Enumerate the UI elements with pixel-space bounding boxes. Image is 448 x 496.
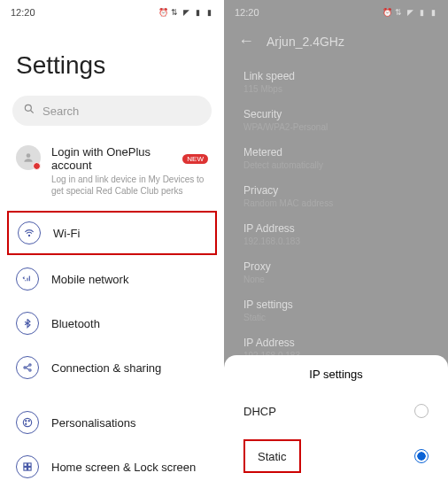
alarm-icon: ⏰ [158, 8, 167, 17]
login-title: Login with OnePlus account [51, 145, 177, 172]
page-title: Settings [0, 25, 224, 96]
svg-point-11 [28, 421, 29, 422]
proxy-row[interactable]: ProxyNone [224, 253, 448, 291]
clock: 12:20 [11, 7, 35, 18]
status-bar: 12:20 ⏰ ⇅ ◤ ▮ ▮ [224, 0, 448, 25]
svg-point-9 [23, 418, 31, 426]
search-placeholder: Search [42, 105, 79, 118]
share-icon [16, 356, 39, 379]
radio-icon [414, 404, 429, 418]
battery-icon: ▮ [429, 8, 437, 17]
search-icon [23, 103, 35, 119]
svg-point-2 [27, 153, 31, 158]
bluetooth-item[interactable]: Bluetooth [0, 301, 224, 345]
security-row[interactable]: SecurityWPA/WPA2-Personal [224, 101, 448, 139]
status-icons: ⏰ ⇅ ◤ ▮ ▮ [158, 8, 213, 17]
metered-row[interactable]: MeteredDetect automatically [224, 139, 448, 177]
radio-icon [414, 449, 429, 463]
setting-label: Mobile network [51, 273, 128, 286]
setting-label: Wi-Fi [53, 227, 80, 240]
bluetooth-icon [16, 312, 39, 335]
login-item[interactable]: Login with OnePlus account NEW Log in an… [0, 138, 224, 209]
new-badge: NEW [182, 154, 208, 164]
signal-status-icon: ▮ [193, 8, 202, 17]
palette-icon [16, 411, 39, 434]
data-icon: ⇅ [394, 8, 403, 17]
login-subtitle: Log in and link device in My Devices to … [51, 174, 208, 197]
network-details-screen: 12:20 ⏰ ⇅ ◤ ▮ ▮ ← Arjun_2.4GHz Link spee… [224, 0, 448, 496]
svg-point-10 [26, 421, 27, 422]
svg-point-6 [29, 369, 31, 371]
svg-rect-15 [24, 468, 27, 471]
signal-status-icon: ▮ [417, 8, 426, 17]
mobile-network-item[interactable]: Mobile network [0, 257, 224, 301]
dhcp-option[interactable]: DHCP [224, 393, 448, 429]
alarm-icon: ⏰ [382, 8, 391, 17]
svg-rect-14 [28, 463, 31, 467]
svg-line-1 [31, 111, 34, 113]
homescreen-item[interactable]: Home screen & Lock screen [0, 445, 224, 489]
svg-point-12 [26, 423, 27, 424]
svg-rect-16 [28, 468, 31, 471]
network-title: Arjun_2.4GHz [266, 35, 344, 49]
ip-settings-row[interactable]: IP settingsStatic [224, 291, 448, 329]
wifi-status-icon: ◤ [406, 8, 414, 17]
personalisations-item[interactable]: Personalisations [0, 400, 224, 445]
signal-icon [16, 267, 39, 291]
static-option[interactable]: Static [224, 429, 448, 484]
setting-label: Personalisations [51, 416, 135, 430]
back-icon[interactable]: ← [238, 32, 254, 50]
connection-item[interactable]: Connection & sharing [0, 345, 224, 390]
header: ← Arjun_2.4GHz [224, 25, 448, 63]
setting-label: Connection & sharing [51, 361, 161, 375]
settings-screen: 12:20 ⏰ ⇅ ◤ ▮ ▮ Settings Search Login wi… [0, 0, 224, 496]
wifi-item[interactable]: Wi-Fi [7, 211, 217, 255]
option-label: Static [258, 450, 287, 463]
battery-icon: ▮ [205, 8, 213, 17]
svg-point-0 [25, 105, 31, 111]
link-speed-row[interactable]: Link speed115 Mbps [224, 63, 448, 101]
display-item[interactable]: Display & brightness [0, 489, 224, 496]
status-icons: ⏰ ⇅ ◤ ▮ ▮ [382, 8, 437, 17]
svg-rect-13 [24, 463, 27, 467]
status-bar: 12:20 ⏰ ⇅ ◤ ▮ ▮ [0, 0, 224, 25]
svg-point-5 [29, 364, 31, 366]
notification-dot [33, 162, 41, 170]
search-input[interactable]: Search [12, 96, 212, 126]
wifi-icon [18, 221, 41, 244]
clock: 12:20 [235, 7, 259, 18]
svg-point-4 [24, 367, 26, 368]
svg-line-7 [26, 366, 29, 368]
ip-address-row[interactable]: IP Address192.168.0.183 [224, 215, 448, 253]
grid-icon [16, 455, 39, 478]
wifi-status-icon: ◤ [182, 8, 190, 17]
svg-point-3 [28, 235, 29, 236]
ip-settings-sheet: IP settings DHCP Static [224, 355, 448, 496]
data-icon: ⇅ [170, 8, 179, 17]
avatar [16, 145, 41, 170]
setting-label: Bluetooth [51, 317, 100, 330]
login-text: Login with OnePlus account NEW Log in an… [51, 145, 208, 197]
sheet-title: IP settings [224, 368, 448, 381]
svg-line-8 [26, 368, 29, 370]
privacy-row[interactable]: PrivacyRandom MAC address [224, 177, 448, 215]
option-label: DHCP [243, 405, 276, 418]
setting-label: Home screen & Lock screen [51, 461, 196, 474]
